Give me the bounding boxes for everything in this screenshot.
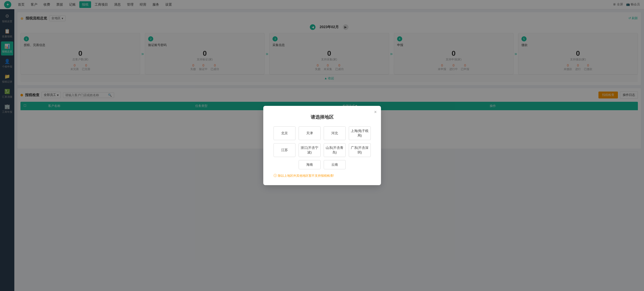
region-modal: × 请选择地区 北京 天津 河北 上海(电子税局) 江苏 浙江(不含宁波) 山东… — [263, 106, 381, 185]
region-btn-hainan[interactable]: 海南 — [299, 160, 321, 169]
modal-title: 请选择地区 — [274, 114, 371, 120]
region-empty-2 — [349, 160, 371, 169]
region-empty-1 — [274, 160, 296, 169]
region-grid-row3: 海南 云南 — [274, 160, 371, 169]
modal-overlay[interactable]: × 请选择地区 北京 天津 河北 上海(电子税局) 江苏 浙江(不含宁波) 山东… — [0, 0, 644, 291]
region-btn-zhejiang[interactable]: 浙江(不含宁波) — [299, 143, 321, 157]
region-btn-tianjin[interactable]: 天津 — [299, 126, 321, 140]
modal-note: ⓘ 除以上地区外其他地区暂不支持报税检查! — [274, 173, 371, 178]
region-btn-shanghai[interactable]: 上海(电子税局) — [349, 126, 371, 140]
note-icon: ⓘ — [274, 173, 277, 178]
region-btn-beijing[interactable]: 北京 — [274, 126, 296, 140]
region-grid-row1: 北京 天津 河北 上海(电子税局) — [274, 126, 371, 140]
region-btn-jiangsu[interactable]: 江苏 — [274, 143, 296, 157]
region-grid-row2: 江苏 浙江(不含宁波) 山东(不含青岛) 广东(不含深圳) — [274, 143, 371, 157]
region-btn-shandong[interactable]: 山东(不含青岛) — [324, 143, 346, 157]
modal-close-btn[interactable]: × — [374, 109, 377, 115]
region-btn-hebei[interactable]: 河北 — [324, 126, 346, 140]
region-btn-yunnan[interactable]: 云南 — [324, 160, 346, 169]
note-text: 除以上地区外其他地区暂不支持报税检查! — [278, 174, 334, 178]
region-btn-guangdong[interactable]: 广东(不含深圳) — [349, 143, 371, 157]
